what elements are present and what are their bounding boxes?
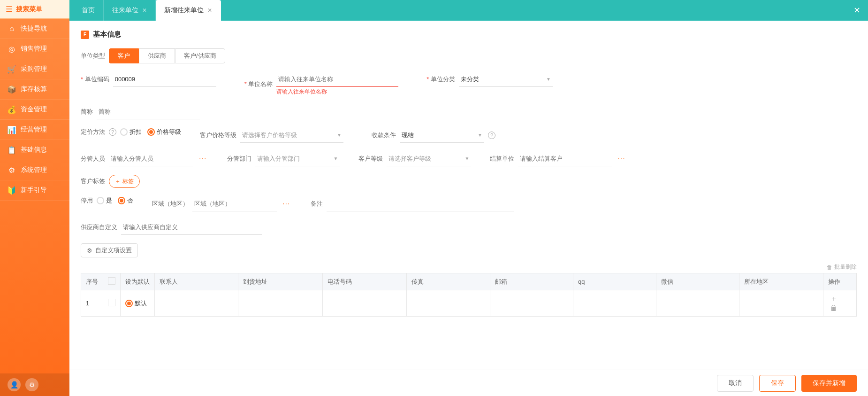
- customer-price-select[interactable]: 请选择客户价格等级 ▼: [240, 128, 343, 143]
- unit-info-row: 单位编码 单位名称 请输入往来单位名称 单位分类 未分类 ▼: [81, 72, 857, 96]
- address-input[interactable]: [243, 300, 317, 307]
- type-btn-both[interactable]: 客户/供应商: [175, 48, 225, 63]
- add-tag-button[interactable]: ＋ 标签: [109, 175, 140, 188]
- col-checkbox-all[interactable]: [103, 273, 121, 290]
- abbr-input[interactable]: [97, 104, 200, 119]
- cancel-button[interactable]: 取消: [717, 375, 754, 392]
- tag-row: 客户标签 ＋ 标签: [81, 175, 857, 188]
- payment-select[interactable]: 现结 ▼: [400, 128, 484, 143]
- sidebar-avatar[interactable]: 👤: [8, 378, 21, 391]
- add-tag-icon: ＋: [115, 178, 121, 186]
- cell-contact[interactable]: [155, 290, 238, 317]
- cell-fax[interactable]: [407, 290, 490, 317]
- cell-region[interactable]: [739, 290, 823, 317]
- tab-partners-close[interactable]: ✕: [142, 7, 147, 14]
- payment-help-icon[interactable]: ?: [488, 132, 495, 139]
- fax-input[interactable]: [411, 300, 485, 307]
- region-input[interactable]: [192, 196, 277, 211]
- sidebar-item-inventory[interactable]: 📦 库存核算: [0, 79, 69, 100]
- cell-address[interactable]: [238, 290, 322, 317]
- supplier-custom-input[interactable]: [121, 220, 262, 235]
- delete-row-button[interactable]: 🗑: [828, 304, 839, 312]
- sidebar-item-guide[interactable]: 🔰 新手引导: [0, 180, 69, 201]
- tab-new-partner[interactable]: 新增往来单位 ✕: [156, 0, 221, 21]
- table-body: 1 默认: [81, 290, 857, 317]
- region-cell-input[interactable]: [744, 300, 818, 307]
- dept-label: 分管部门: [227, 155, 251, 163]
- tab-new-partner-close[interactable]: ✕: [207, 7, 212, 14]
- tab-home[interactable]: 首页: [73, 0, 104, 21]
- unit-name-input[interactable]: [276, 72, 398, 87]
- manager-input[interactable]: [109, 151, 193, 166]
- row-checkbox[interactable]: [108, 299, 115, 306]
- sidebar-item-system[interactable]: ⚙ 系统管理: [0, 160, 69, 180]
- unit-code-input[interactable]: [113, 72, 216, 87]
- main-area: 首页 往来单位 ✕ 新增往来单位 ✕ ✕ F 基本信息 单位类型 客户 供应商: [69, 0, 868, 396]
- cell-wechat[interactable]: [656, 290, 739, 317]
- batch-delete-area[interactable]: 🗑 批量删除: [81, 263, 857, 271]
- section-icon: F: [81, 31, 89, 39]
- add-row-button[interactable]: ＋: [828, 294, 839, 304]
- pricing-help-icon[interactable]: ?: [109, 128, 116, 136]
- sidebar-item-operations[interactable]: 📊 经营管理: [0, 120, 69, 140]
- sidebar-item-sales[interactable]: ◎ 销售管理: [0, 39, 69, 59]
- manager-more-icon[interactable]: ···: [197, 155, 208, 163]
- checkbox-all[interactable]: [108, 277, 115, 285]
- cell-checkbox[interactable]: [103, 290, 121, 317]
- unit-code-group: 单位编码: [81, 72, 216, 87]
- customer-level-placeholder: 请选择客户等级: [388, 155, 431, 163]
- window-close-icon[interactable]: ✕: [850, 5, 864, 16]
- unit-name-group: 单位名称 请输入往来单位名称: [244, 72, 399, 96]
- contact-input[interactable]: [160, 300, 233, 307]
- settlement-more-icon[interactable]: ···: [616, 155, 627, 163]
- sidebar-item-purchase[interactable]: 🛒 采购管理: [0, 59, 69, 79]
- type-btn-supplier[interactable]: 供应商: [139, 48, 175, 63]
- unit-category-value: 未分类: [461, 75, 479, 84]
- abbr-label: 简称: [81, 108, 93, 116]
- col-default: 设为默认: [121, 273, 155, 290]
- col-contact: 联系人: [155, 273, 238, 290]
- wechat-input[interactable]: [661, 300, 734, 307]
- qq-input[interactable]: [578, 300, 651, 307]
- unit-category-select[interactable]: 未分类 ▼: [459, 72, 553, 87]
- radio-yes[interactable]: 是: [97, 196, 112, 205]
- sidebar-item-label: 销售管理: [21, 45, 47, 53]
- sidebar-item-basic-info[interactable]: 📋 基础信息: [0, 140, 69, 160]
- cell-phone[interactable]: [322, 290, 406, 317]
- phone-input[interactable]: [327, 300, 402, 307]
- radio-discount[interactable]: 折扣: [120, 128, 142, 136]
- customer-level-select[interactable]: 请选择客户等级 ▼: [387, 151, 471, 166]
- dept-select[interactable]: 请输入分管部门 ▼: [255, 151, 340, 166]
- remark-input[interactable]: [327, 196, 514, 211]
- sidebar-search-label: 搜索菜单: [16, 5, 42, 14]
- cell-email[interactable]: [490, 290, 573, 317]
- cell-qq[interactable]: [573, 290, 656, 317]
- unit-type-label: 单位类型: [81, 52, 105, 60]
- settlement-input[interactable]: [518, 151, 612, 166]
- save-button[interactable]: 保存: [759, 375, 796, 392]
- unit-code-label: 单位编码: [81, 75, 109, 84]
- default-radio[interactable]: 默认: [125, 299, 150, 308]
- custom-settings-button[interactable]: ⚙ 自定义项设置: [81, 243, 138, 257]
- radio-no[interactable]: 否: [118, 196, 133, 205]
- tab-bar: 首页 往来单位 ✕ 新增往来单位 ✕ ✕: [69, 0, 868, 21]
- email-input[interactable]: [495, 300, 568, 307]
- tab-partners[interactable]: 往来单位 ✕: [104, 0, 156, 21]
- default-radio-dot: [125, 300, 133, 307]
- contacts-table-wrapper: 序号 设为默认 联系人 到货地址 电话号码 传真 邮箱 qq 微信 所在地区 操…: [81, 273, 857, 317]
- home-icon: ⌂: [8, 24, 16, 33]
- col-seq: 序号: [81, 273, 103, 290]
- save-new-button[interactable]: 保存并新增: [801, 375, 857, 392]
- sidebar-item-quick-nav[interactable]: ⌂ 快捷导航: [0, 19, 69, 39]
- basic-info-icon: 📋: [8, 146, 16, 154]
- sidebar-search[interactable]: ☰ 搜索菜单: [0, 0, 69, 19]
- sidebar-settings-icon[interactable]: ⚙: [25, 378, 38, 391]
- radio-price-level-dot: [147, 128, 155, 136]
- table-header: 序号 设为默认 联系人 到货地址 电话号码 传真 邮箱 qq 微信 所在地区 操…: [81, 273, 857, 290]
- radio-yes-dot: [97, 197, 104, 204]
- table-row: 1 默认: [81, 290, 857, 317]
- type-btn-customer[interactable]: 客户: [109, 48, 139, 63]
- sidebar-item-finance[interactable]: 💰 资金管理: [0, 100, 69, 120]
- region-more-icon[interactable]: ···: [281, 200, 292, 208]
- radio-price-level[interactable]: 价格等级: [147, 128, 181, 136]
